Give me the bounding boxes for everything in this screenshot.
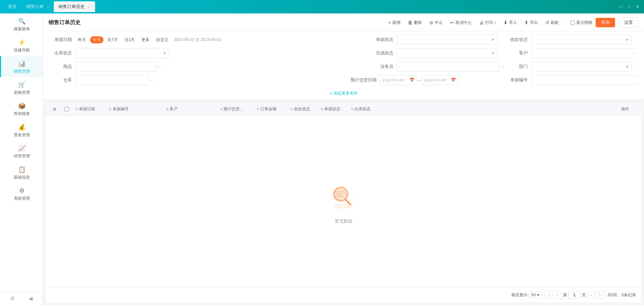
add-button[interactable]: + 新增 xyxy=(386,18,402,27)
th-order-no[interactable]: ⇅ 单据编号 xyxy=(106,106,163,112)
order-no-input[interactable] xyxy=(531,75,639,85)
tab-sales-order[interactable]: 销售订单 × xyxy=(22,1,54,12)
btn-custom[interactable]: 自定义 xyxy=(154,36,171,43)
warehouse-input[interactable] xyxy=(75,75,149,85)
stop-button[interactable]: ⊘ 中止 xyxy=(427,18,445,27)
delivery-date-to[interactable]: yyyy-mm-dd 📅 xyxy=(421,75,458,85)
product-dots[interactable]: ··· xyxy=(157,64,161,69)
th-order-status[interactable]: ⇅ 单据状态 xyxy=(318,106,348,112)
sidebar-item-finance[interactable]: 💰 资金管理 xyxy=(0,119,43,141)
tab-sales-order-history-close[interactable]: × xyxy=(88,5,90,9)
show-columns-checkbox[interactable] xyxy=(570,21,575,25)
sort-icon-stock: ⇅ xyxy=(351,107,353,111)
sidebar: 🔍 搜索菜单 ⚡ 快捷导航 📊 销售管理 🛒 采购管理 📦 库存核算 💰 资金管… xyxy=(0,13,43,305)
sidebar-bottom: ⚙ ◀ xyxy=(0,292,43,305)
print-button[interactable]: 🖨 打印 ▾ xyxy=(477,18,498,27)
complete-status-select[interactable]: ▾ xyxy=(397,48,498,58)
close-btn[interactable]: ✕ xyxy=(635,4,641,9)
print-arrow-icon: ▾ xyxy=(495,21,496,25)
stock-out-chevron: ▾ xyxy=(164,51,166,55)
settings-bottom-icon[interactable]: ⚙ xyxy=(10,295,15,302)
sidebar-item-base-info[interactable]: 📋 基础信息 xyxy=(0,162,43,183)
calendar-from-icon[interactable]: 📅 xyxy=(410,78,415,82)
svg-rect-7 xyxy=(336,196,343,197)
sidebar-item-system[interactable]: ⚙ 系统管理 xyxy=(0,183,43,204)
payment-status-select[interactable]: ▾ xyxy=(531,35,632,45)
query-button[interactable]: 查询 xyxy=(596,18,615,27)
tab-sales-order-close[interactable]: × xyxy=(47,5,49,9)
product-input[interactable] xyxy=(75,62,156,72)
delete-button[interactable]: 🗑 删除 xyxy=(406,18,424,27)
first-page-icon: 《 xyxy=(546,292,550,298)
empty-text: 暂无数据 xyxy=(335,218,352,224)
th-customer[interactable]: ⇅ 客户 xyxy=(163,106,217,112)
settings-gear-icon[interactable]: ⚙ xyxy=(53,107,56,112)
sidebar-item-search-menu[interactable]: 🔍 搜索菜单 xyxy=(0,13,43,35)
customer-dots[interactable]: ··· xyxy=(635,51,639,56)
collapse-row[interactable]: ∧ 收起更多条件 xyxy=(48,88,639,96)
next-page-button[interactable]: › xyxy=(587,291,595,299)
th-settings[interactable]: ⚙ xyxy=(48,107,60,112)
btn-7days[interactable]: 近7天 xyxy=(105,36,121,43)
department-select[interactable]: ▾ xyxy=(531,62,632,72)
sidebar-item-quick-nav-label: 快捷导航 xyxy=(14,47,30,53)
export-button[interactable]: ⬆ 导出 xyxy=(522,18,540,27)
customer-input[interactable] xyxy=(531,48,634,58)
first-page-button[interactable]: 《 xyxy=(544,291,552,299)
th-payment-status[interactable]: ⇅ 收款状态 xyxy=(288,106,318,112)
sidebar-item-purchase[interactable]: 🛒 采购管理 xyxy=(0,77,43,98)
calendar-to-icon[interactable]: 📅 xyxy=(451,78,456,82)
th-amount-label: 订单金额 xyxy=(260,106,276,112)
sidebar-item-finance-label: 资金管理 xyxy=(14,132,30,138)
window-controls: — □ ✕ xyxy=(617,4,641,9)
toggle-sidebar-icon[interactable]: ◀ xyxy=(29,295,33,302)
select-all-checkbox[interactable] xyxy=(65,107,69,111)
minimize-btn[interactable]: — xyxy=(617,4,624,9)
sidebar-item-inventory[interactable]: 📦 库存核算 xyxy=(0,98,43,119)
salesperson-input[interactable] xyxy=(397,62,499,72)
last-page-button[interactable]: 》 xyxy=(597,291,605,299)
order-status-select[interactable]: ▾ xyxy=(397,35,498,45)
complete-status-label: 完成状态 xyxy=(370,50,397,56)
page-size-box[interactable]: 50 ▾ xyxy=(529,292,541,298)
product-label: 商品 xyxy=(48,64,75,70)
page-number-input[interactable] xyxy=(568,291,581,299)
setting-button[interactable]: 设置 xyxy=(618,17,639,28)
th-date[interactable]: ⇅ 单据日期 xyxy=(73,106,106,112)
sidebar-item-sales[interactable]: 📊 销售管理 xyxy=(0,56,43,77)
operations-icon: 📈 xyxy=(18,145,26,152)
sidebar-item-purchase-label: 采购管理 xyxy=(14,90,30,96)
delete-icon: 🗑 xyxy=(408,20,413,25)
th-checkbox[interactable] xyxy=(60,107,73,111)
sidebar-item-search-menu-label: 搜索菜单 xyxy=(14,26,30,32)
collapse-label: 收起更多条件 xyxy=(334,90,358,96)
btn-1month[interactable]: 近1月 xyxy=(122,36,138,43)
sort-icon-date: ⇅ xyxy=(75,107,78,111)
th-amount[interactable]: ⇅ 订单金额 xyxy=(254,106,288,112)
warehouse-dots[interactable]: ··· xyxy=(151,78,154,83)
tab-sales-order-history[interactable]: 销售订单历史 × xyxy=(54,1,95,12)
show-columns-label[interactable]: 显示明细 xyxy=(570,20,592,26)
maximize-btn[interactable]: □ xyxy=(627,4,632,9)
th-payment-status-label: 收款状态 xyxy=(294,106,310,112)
sidebar-item-operations[interactable]: 📈 经营管理 xyxy=(0,141,43,162)
th-stock-status[interactable]: ⇅ 出库状态 xyxy=(348,106,378,112)
sidebar-item-quick-nav[interactable]: ⚡ 快捷导航 xyxy=(0,35,43,56)
stock-out-select[interactable]: ▾ xyxy=(75,48,169,58)
th-date-label: 单据日期 xyxy=(79,106,95,112)
tab-home[interactable]: 首页 xyxy=(3,1,22,12)
salesperson-dots[interactable]: ··· xyxy=(501,64,504,69)
btn-yesterday[interactable]: 昨天 xyxy=(75,36,89,43)
prev-page-button[interactable]: ‹ xyxy=(554,291,562,299)
btn-more[interactable]: 更多 xyxy=(139,36,152,43)
cancel-stop-button[interactable]: ↩ 取消中止 xyxy=(448,18,474,27)
refresh-button[interactable]: ↺ 刷新 xyxy=(543,18,561,27)
add-icon: + xyxy=(388,20,391,25)
btn-today[interactable]: 今天 xyxy=(90,36,103,43)
page-size-chevron-icon: ▾ xyxy=(537,293,539,297)
import-button[interactable]: ⬇ 导入 xyxy=(502,18,519,27)
th-delivery[interactable]: ⇅ 预计交货... xyxy=(217,106,254,112)
cancel-stop-icon: ↩ xyxy=(450,20,454,25)
main-layout: 🔍 搜索菜单 ⚡ 快捷导航 📊 销售管理 🛒 采购管理 📦 库存核算 💰 资金管… xyxy=(0,13,644,305)
delivery-date-from[interactable]: yyyy-mm-dd 📅 xyxy=(380,75,417,85)
